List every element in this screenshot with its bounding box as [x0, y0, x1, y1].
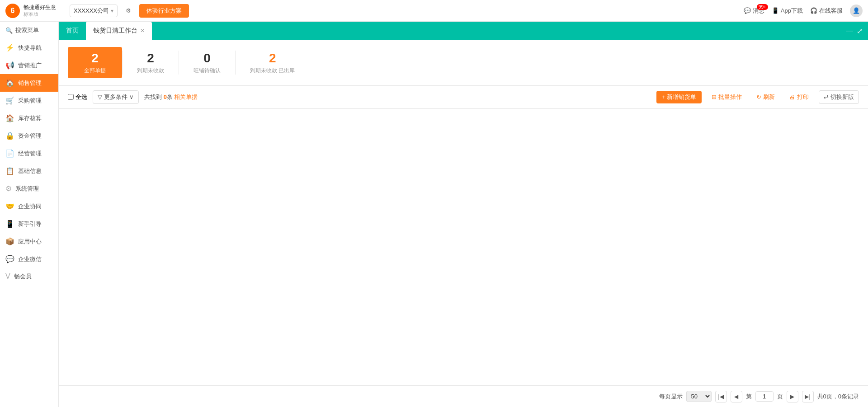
- page-first-btn[interactable]: |◀: [715, 391, 727, 402]
- batch-icon: ⊞: [712, 94, 717, 100]
- per-page-label: 每页显示: [659, 393, 683, 401]
- company-selector[interactable]: XXXXXX公司 ▾: [70, 5, 118, 17]
- sidebar-item-operations[interactable]: 📄 经营管理: [0, 145, 58, 162]
- sales-icon: 🏠: [5, 79, 14, 87]
- settings-button[interactable]: ⚙: [121, 4, 136, 18]
- sidebar-item-finance[interactable]: 🔒 资金管理: [0, 127, 58, 145]
- sidebar-item-app-center[interactable]: 📦 应用中心: [0, 233, 58, 250]
- logo-icon: 6: [5, 4, 20, 18]
- stat-label-overdue: 到期未收款: [137, 67, 164, 75]
- message-icon: 💬: [744, 7, 751, 14]
- sidebar-item-sales[interactable]: 🏠 销售管理: [0, 74, 58, 92]
- refresh-btn[interactable]: ↻ 刷新: [752, 91, 779, 103]
- gear-icon: ⚙: [126, 7, 131, 14]
- newbie-icon: 📱: [5, 220, 14, 228]
- header-middle: XXXXXX公司 ▾ ⚙ 体验行业方案: [64, 4, 744, 18]
- page-input[interactable]: [755, 391, 774, 402]
- sidebar-item-basic-info[interactable]: 📋 基础信息: [0, 162, 58, 180]
- marketing-icon: 📢: [5, 61, 14, 70]
- switch-version-btn[interactable]: ⇄ 切换新版: [819, 90, 859, 104]
- sidebar-item-member[interactable]: V 畅会员: [0, 268, 58, 285]
- select-all-checkbox[interactable]: [68, 94, 74, 100]
- stat-card-wangpu[interactable]: 0 旺铺待确认: [179, 47, 235, 78]
- enterprise-icon: 🤝: [5, 202, 14, 211]
- inventory-icon: 🏠: [5, 114, 14, 122]
- sidebar-item-inventory[interactable]: 🏠 库存核算: [0, 109, 58, 127]
- service-icon: 🎧: [810, 7, 817, 14]
- experience-btn[interactable]: 体验行业方案: [139, 4, 189, 18]
- sidebar: 🔍 搜索菜单 ⚡ 快捷导航 📢 营销推广 🏠 销售管理 🛒 采购管理 🏠 库存核…: [0, 0, 59, 407]
- sidebar-item-enterprise[interactable]: 🤝 企业协同: [0, 197, 58, 215]
- page-prev-btn[interactable]: ◀: [731, 391, 742, 402]
- print-btn[interactable]: 🖨 打印: [785, 91, 813, 103]
- batch-btn[interactable]: ⊞ 批量操作: [707, 91, 746, 103]
- filter-chevron-icon: ∨: [129, 94, 134, 100]
- purchase-icon: 🛒: [5, 96, 14, 105]
- per-page-select[interactable]: 50 100 200: [686, 391, 712, 402]
- user-icon: 👤: [853, 7, 860, 14]
- tab-work-bench[interactable]: 钱货日清工作台 ✕: [86, 22, 152, 40]
- toolbar: 全选 ▽ 更多条件 ∨ 共找到 0条 相关单据 + 新增销货单 ⊞ 批量操作: [59, 86, 868, 109]
- tab-home[interactable]: 首页: [59, 22, 86, 40]
- app-center-icon: 📦: [5, 237, 14, 246]
- main-inner: 2 全部单据 2 到期未收款 0 旺铺待确认 2 到期未收款 已出库: [59, 40, 868, 407]
- toolbar-left: 全选 ▽ 更多条件 ∨ 共找到 0条 相关单据: [68, 90, 651, 104]
- tab-bar-actions: — ⤢: [846, 27, 868, 35]
- page-last-btn[interactable]: ▶|: [802, 391, 814, 402]
- member-icon: V: [5, 272, 10, 281]
- system-icon: ⚙: [5, 184, 12, 193]
- download-icon: 📱: [772, 7, 779, 14]
- app-download-btn[interactable]: 📱 App下载: [772, 7, 803, 15]
- refresh-icon: ↻: [756, 94, 761, 100]
- sidebar-item-newbie[interactable]: 📱 新手引导: [0, 215, 58, 233]
- sidebar-item-wechat[interactable]: 💬 企业微信: [0, 250, 58, 268]
- sidebar-item-marketing[interactable]: 📢 营销推广: [0, 56, 58, 74]
- quick-nav-icon: ⚡: [5, 43, 14, 52]
- print-icon: 🖨: [789, 94, 795, 100]
- stat-num-wangpu: 0: [193, 51, 221, 66]
- stat-label-wangpu: 旺铺待确认: [193, 67, 221, 75]
- logo-text: 畅捷通好生意 标准版: [24, 4, 56, 18]
- stats-area: 2 全部单据 2 到期未收款 0 旺铺待确认 2 到期未收款 已出库: [59, 40, 868, 86]
- filter-icon: ▽: [98, 94, 102, 100]
- sidebar-item-quick-nav[interactable]: ⚡ 快捷导航: [0, 39, 58, 56]
- stat-card-shipped[interactable]: 2 到期未收款 已出库: [236, 47, 309, 78]
- avatar[interactable]: 👤: [850, 5, 863, 17]
- select-all-area: 全选: [68, 93, 87, 101]
- wechat-icon: 💬: [5, 255, 14, 263]
- company-dropdown-icon: ▾: [111, 8, 113, 14]
- page-label: 第: [746, 393, 752, 401]
- more-filter-btn[interactable]: ▽ 更多条件 ∨: [93, 90, 139, 104]
- tab-bar: 首页 钱货日清工作台 ✕ — ⤢: [59, 22, 868, 40]
- page-next-btn[interactable]: ▶: [787, 391, 798, 402]
- page-label-end: 页: [777, 393, 783, 401]
- stat-num-all: 2: [82, 51, 108, 66]
- search-icon: 🔍: [5, 27, 13, 34]
- stat-card-all[interactable]: 2 全部单据: [68, 47, 122, 78]
- message-badge: 99+: [757, 4, 768, 10]
- sidebar-item-purchase[interactable]: 🛒 采购管理: [0, 92, 58, 109]
- pagination-bar: 每页显示 50 100 200 |◀ ◀ 第 页 ▶ ▶| 共0页，0条记录: [59, 385, 868, 407]
- content-table-area: 每页显示 50 100 200 |◀ ◀ 第 页 ▶ ▶| 共0页，0条记录: [59, 109, 868, 407]
- sidebar-item-system[interactable]: ⚙ 系统管理: [0, 180, 58, 197]
- switch-icon: ⇄: [824, 94, 829, 100]
- message-btn[interactable]: 💬 消息 99+: [744, 7, 764, 15]
- toolbar-right: + 新增销货单 ⊞ 批量操作 ↻ 刷新 🖨 打印 ⇄ 切换新版: [656, 90, 859, 104]
- stat-label-shipped: 到期未收款 已出库: [250, 67, 295, 75]
- stat-num-shipped: 2: [250, 51, 295, 66]
- sidebar-search-btn[interactable]: 🔍 搜索菜单: [0, 22, 58, 39]
- logo-area: 6 畅捷通好生意 标准版: [5, 4, 64, 18]
- stat-label-all: 全部单据: [82, 67, 108, 75]
- tab-maximize-icon[interactable]: ⤢: [857, 27, 863, 35]
- header-right: 💬 消息 99+ 📱 App下载 🎧 在线客服 👤: [744, 5, 863, 17]
- stat-num-overdue: 2: [137, 51, 164, 66]
- tab-minimize-icon[interactable]: —: [846, 27, 853, 35]
- add-order-btn[interactable]: + 新增销货单: [656, 91, 702, 103]
- total-text: 共0页，0条记录: [817, 393, 859, 401]
- operations-icon: 📄: [5, 149, 14, 158]
- found-text: 共找到 0条 相关单据: [144, 93, 198, 101]
- stat-card-overdue[interactable]: 2 到期未收款: [123, 47, 179, 78]
- online-service-btn[interactable]: 🎧 在线客服: [810, 7, 843, 15]
- basic-info-icon: 📋: [5, 167, 14, 175]
- tab-close-icon[interactable]: ✕: [140, 28, 145, 34]
